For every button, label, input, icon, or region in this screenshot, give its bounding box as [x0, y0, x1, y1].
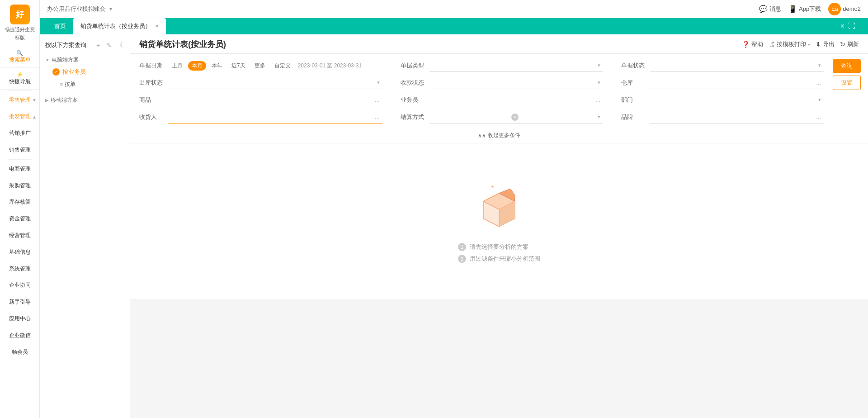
page-actions: ❓ 帮助 🖨 按模板打印 ▾ ⬇ 导出 ↻ 刷新 [742, 40, 859, 48]
newbie-label: 新手引导 [2, 298, 38, 306]
refresh-btn[interactable]: ↻ 刷新 [840, 40, 859, 48]
settlement-label: 结算方式 [401, 113, 426, 121]
tab-maximize-btn[interactable]: ⛶ [848, 22, 855, 30]
content-area: 按以下方案查询 + ✎ 《 ▼ 电脑端方案 ✓ 按业务员 ≡ 按单 [40, 34, 868, 418]
warehouse-control[interactable]: ... [650, 76, 824, 89]
settings-btn[interactable]: 设置 [833, 76, 861, 90]
sidebar-item-ecommerce[interactable]: 电商管理 [0, 161, 39, 177]
header-right: 💬 消息 📱 App下载 Ea demo2 [759, 3, 861, 15]
svg-text:✦: ✦ [490, 184, 495, 190]
sidebar-item-appstore[interactable]: 应用中心 [0, 310, 39, 327]
query-btn[interactable]: 查询 [833, 59, 861, 73]
filter-salesperson: 业务员 ... [401, 94, 603, 106]
message-icon: 💬 [759, 5, 768, 13]
filter-row-1: 单据日期 上月 本月 本年 近7天 更多 自定义 20 [139, 59, 824, 72]
date-filter-control: 上月 本月 本年 近7天 更多 自定义 2023-03-01 至 2023-03… [168, 61, 382, 71]
sidebar-item-sales[interactable]: 销售管理 [0, 142, 39, 158]
sidebar-item-finance[interactable]: 资金管理 [0, 210, 39, 227]
sidebar-item-operations[interactable]: 经营管理 [0, 227, 39, 244]
tab-bar: 首页 销货单统计表（按业务员） × × ⛶ [47, 18, 861, 34]
sidebar-item-marketing[interactable]: 营销推广 [0, 125, 39, 142]
teal-bar: 首页 销货单统计表（按业务员） × × ⛶ [40, 18, 868, 34]
logo-area[interactable]: 好 畅捷通好生意 标版 [0, 0, 39, 46]
receipt-status-control[interactable]: ▾ [429, 76, 603, 89]
date-tab-this-month[interactable]: 本月 [188, 61, 206, 71]
doc-status-control[interactable]: ▾ [650, 59, 824, 72]
salesperson-control[interactable]: ... [429, 94, 603, 106]
refresh-label: 刷新 [847, 40, 859, 48]
pc-section-label: 电脑端方案 [52, 56, 79, 64]
sidebar-item-basic[interactable]: 基础信息 [0, 244, 39, 261]
empty-tip-2: 2 用过滤条件来缩小分析范围 [458, 255, 540, 263]
tab-minimize-btn[interactable]: × [840, 22, 844, 30]
enterprise-label: 企业协同 [2, 281, 38, 289]
receiver-control[interactable]: ... [168, 111, 382, 124]
tab-close-btn[interactable]: × [156, 23, 159, 29]
out-status-control[interactable]: ▾ [168, 76, 382, 89]
scheme-header: 按以下方案查询 + ✎ 《 [40, 38, 130, 52]
date-label: 单据日期 [139, 62, 165, 70]
header-left: 办公用品行业模拟账套 ▾ [47, 5, 112, 13]
order-scheme-label: 按单 [65, 81, 75, 88]
page-title: 销货单统计表(按业务员) [139, 39, 226, 50]
home-tab-label: 首页 [54, 22, 66, 30]
date-tab-7days[interactable]: 近7天 [228, 61, 249, 71]
breadcrumb-dropdown[interactable]: ▾ [109, 6, 112, 12]
marketing-label: 营销推广 [2, 129, 38, 137]
settlement-control[interactable]: × ▾ [429, 111, 603, 124]
filter-receipt-status: 收款状态 ▾ [401, 76, 603, 89]
sidebar-item-enterprise[interactable]: 企业协同 [0, 277, 39, 294]
tab-active[interactable]: 销货单统计表（按业务员） × [73, 18, 166, 34]
sidebar-item-wholesale[interactable]: 批发管理 ▲ [0, 108, 39, 125]
brand-control[interactable]: ... [650, 111, 824, 124]
date-tab-last-month[interactable]: 上月 [168, 61, 186, 71]
scheme-collapse-btn[interactable]: 《 [115, 41, 124, 50]
sidebar-item-search[interactable]: 🔍 搜索菜单 [0, 46, 39, 68]
sidebar-item-quick-nav[interactable]: ⚡ 快捷导航 [0, 68, 39, 90]
scheme-edit-btn[interactable]: ✎ [104, 41, 113, 50]
sidebar: 好 畅捷通好生意 标版 🔍 搜索菜单 ⚡ 快捷导航 零售管理 ▼ 批发管理 ▲ … [0, 0, 40, 418]
sidebar-item-inventory[interactable]: 库存核算 [0, 194, 39, 210]
filter-section: 单据日期 上月 本月 本年 近7天 更多 自定义 20 [130, 54, 868, 128]
goods-label: 商品 [139, 96, 165, 104]
left-panel: 按以下方案查询 + ✎ 《 ▼ 电脑端方案 ✓ 按业务员 ≡ 按单 [40, 34, 130, 418]
dept-arrow: ▾ [818, 97, 821, 103]
right-content: 销货单统计表(按业务员) ❓ 帮助 🖨 按模板打印 ▾ ⬇ 导出 [130, 34, 868, 418]
sidebar-item-wechat[interactable]: 企业微信 [0, 327, 39, 344]
sidebar-item-purchase[interactable]: 采购管理 [0, 177, 39, 194]
doc-type-control[interactable]: ▾ [429, 59, 603, 72]
receipt-status-label: 收款状态 [401, 79, 426, 87]
goods-control[interactable]: ... [168, 94, 382, 106]
app-download-btn[interactable]: 📱 App下载 [788, 5, 821, 13]
mobile-section-chevron: ▶ [45, 98, 49, 103]
tip-2-num: 2 [458, 255, 466, 263]
tab-home[interactable]: 首页 [47, 18, 73, 34]
date-tab-custom[interactable]: 自定义 [271, 61, 294, 71]
wechat-label: 企业微信 [2, 332, 38, 339]
date-tab-more[interactable]: 更多 [251, 61, 269, 71]
collapse-more-btn[interactable]: ∧∧ 收起更多条件 [472, 131, 526, 140]
logo-text: 畅捷通好生意 [5, 26, 35, 33]
sidebar-item-retail[interactable]: 零售管理 ▼ [0, 92, 39, 109]
sidebar-item-member[interactable]: 畅会员 [0, 344, 39, 361]
sidebar-item-newbie[interactable]: 新手引导 [0, 294, 39, 310]
scheme-add-btn[interactable]: + [94, 41, 103, 50]
template-print-btn[interactable]: 🖨 按模板打印 ▾ [769, 40, 810, 48]
sidebar-item-system[interactable]: 系统管理 [0, 261, 39, 277]
dept-control[interactable]: ▾ [650, 94, 824, 106]
date-tab-this-year[interactable]: 本年 [208, 61, 226, 71]
receiver-label: 收货人 [139, 113, 165, 121]
out-status-arrow: ▾ [377, 80, 380, 86]
message-btn[interactable]: 💬 消息 [759, 5, 781, 13]
settlement-clear-btn[interactable]: × [511, 114, 519, 121]
mobile-section-header[interactable]: ▶ 移动端方案 [40, 94, 130, 106]
order-icon: ≡ [60, 81, 63, 88]
export-btn[interactable]: ⬇ 导出 [816, 40, 835, 48]
message-label: 消息 [769, 5, 781, 13]
user-area[interactable]: Ea demo2 [828, 3, 861, 15]
pc-section-header[interactable]: ▼ 电脑端方案 [40, 54, 130, 66]
brand-dots: ... [816, 114, 821, 120]
scheme-item-by-salesperson[interactable]: ✓ 按业务员 [40, 66, 130, 78]
help-btn[interactable]: ❓ 帮助 [742, 40, 763, 48]
scheme-item-by-order[interactable]: ≡ 按单 [40, 78, 130, 90]
